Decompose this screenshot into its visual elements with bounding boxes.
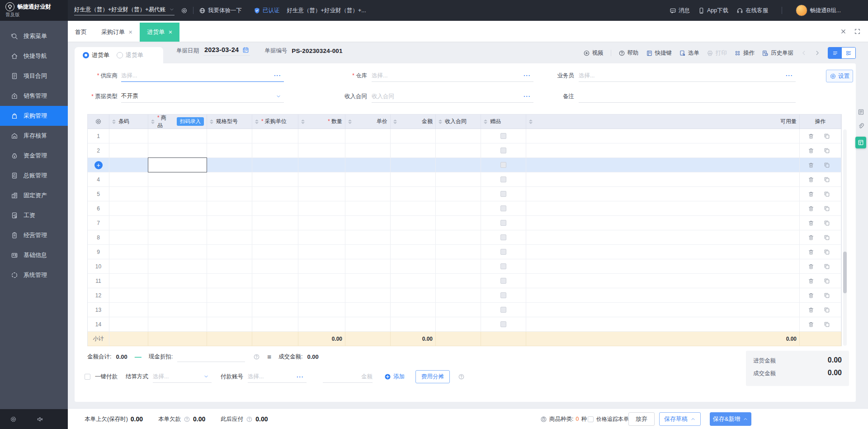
action-0[interactable]: 视频 bbox=[583, 49, 604, 57]
cell[interactable] bbox=[526, 259, 800, 273]
mute-icon[interactable] bbox=[37, 416, 43, 423]
cell[interactable] bbox=[800, 259, 841, 273]
sidebar-item-7[interactable]: 总账管理 bbox=[0, 166, 68, 186]
cell[interactable] bbox=[526, 172, 800, 186]
cell[interactable] bbox=[109, 317, 148, 331]
column-settings-button[interactable] bbox=[88, 114, 109, 129]
sort-icon[interactable] bbox=[210, 119, 213, 124]
cell[interactable] bbox=[436, 288, 481, 302]
delete-row-icon[interactable] bbox=[808, 176, 814, 183]
cell[interactable] bbox=[298, 143, 345, 157]
cell[interactable] bbox=[298, 158, 345, 172]
cell[interactable] bbox=[481, 187, 526, 201]
table-row-14[interactable]: 14 bbox=[88, 317, 841, 332]
focused-cell[interactable] bbox=[148, 157, 207, 172]
cell[interactable] bbox=[526, 158, 800, 172]
cell[interactable] bbox=[252, 303, 298, 317]
cell[interactable] bbox=[345, 216, 391, 230]
cell[interactable] bbox=[252, 230, 298, 244]
cell[interactable] bbox=[481, 259, 526, 273]
delete-row-icon[interactable] bbox=[808, 148, 814, 154]
cell[interactable] bbox=[526, 303, 800, 317]
cell[interactable] bbox=[481, 303, 526, 317]
cell[interactable] bbox=[345, 158, 391, 172]
gift-checkbox[interactable] bbox=[500, 162, 506, 168]
paperclip-icon[interactable] bbox=[858, 123, 864, 129]
cell[interactable] bbox=[391, 172, 436, 186]
gift-checkbox[interactable] bbox=[500, 205, 506, 211]
gift-checkbox[interactable] bbox=[500, 176, 506, 182]
cell[interactable] bbox=[298, 274, 345, 288]
cell[interactable] bbox=[207, 187, 252, 201]
warehouse-more-icon[interactable]: ··· bbox=[524, 72, 531, 79]
cell[interactable] bbox=[436, 129, 481, 143]
copy-row-icon[interactable] bbox=[824, 307, 830, 313]
delete-row-icon[interactable] bbox=[808, 249, 814, 255]
cell[interactable] bbox=[800, 317, 841, 331]
cell[interactable] bbox=[345, 317, 391, 331]
cell[interactable] bbox=[800, 201, 841, 215]
cell[interactable] bbox=[800, 187, 841, 201]
sort-icon[interactable] bbox=[151, 119, 155, 124]
cell[interactable] bbox=[298, 230, 345, 244]
cell[interactable] bbox=[252, 245, 298, 259]
cell[interactable] bbox=[207, 158, 252, 172]
salesman-field[interactable]: ··· bbox=[579, 69, 796, 82]
cell[interactable] bbox=[298, 303, 345, 317]
sort-icon[interactable] bbox=[112, 119, 116, 124]
sidebar-item-3[interactable]: 销售管理 bbox=[0, 86, 68, 106]
cell[interactable] bbox=[252, 288, 298, 302]
fullscreen-icon[interactable] bbox=[854, 28, 861, 35]
salesman-more-icon[interactable]: ··· bbox=[786, 72, 793, 79]
helper-panel-icon[interactable] bbox=[855, 137, 866, 148]
cell[interactable] bbox=[481, 317, 526, 331]
sidebar-item-2[interactable]: 项目合同 bbox=[0, 66, 68, 86]
action-3[interactable]: 选单 bbox=[679, 49, 699, 57]
cell[interactable] bbox=[148, 230, 207, 244]
cell[interactable] bbox=[345, 143, 391, 157]
cell[interactable] bbox=[148, 259, 207, 273]
table-row-10[interactable]: 10 bbox=[88, 259, 841, 274]
sidebar-item-12[interactable]: 系统管理 bbox=[0, 265, 68, 285]
copy-row-icon[interactable] bbox=[824, 249, 830, 255]
question-icon[interactable] bbox=[246, 416, 253, 423]
cell[interactable] bbox=[436, 317, 481, 331]
cell[interactable] bbox=[148, 274, 207, 288]
cell[interactable] bbox=[207, 317, 252, 331]
cell[interactable] bbox=[526, 317, 800, 331]
sidebar-item-10[interactable]: 经营管理 bbox=[0, 225, 68, 245]
delete-row-icon[interactable] bbox=[808, 133, 814, 139]
cell[interactable] bbox=[207, 230, 252, 244]
tab-1[interactable]: 采购订单✕ bbox=[94, 23, 140, 42]
cell[interactable] bbox=[345, 288, 391, 302]
cell[interactable] bbox=[207, 129, 252, 143]
cell[interactable] bbox=[207, 274, 252, 288]
sidebar-item-9[interactable]: 工资 bbox=[0, 205, 68, 225]
copy-row-icon[interactable] bbox=[824, 234, 830, 241]
product-switcher[interactable]: 好生意（普）+好业财（普）+易代账 bbox=[74, 6, 175, 15]
cell[interactable] bbox=[481, 172, 526, 186]
online-service-button[interactable]: 在线客服 bbox=[736, 7, 768, 14]
cell[interactable] bbox=[345, 230, 391, 244]
cell[interactable] bbox=[148, 158, 207, 172]
sidebar-item-8[interactable]: 固定资产 bbox=[0, 186, 68, 205]
cell[interactable] bbox=[436, 216, 481, 230]
cell[interactable] bbox=[148, 216, 207, 230]
cell[interactable] bbox=[109, 158, 148, 172]
supplier-input[interactable] bbox=[121, 72, 284, 79]
delete-row-icon[interactable] bbox=[808, 220, 814, 226]
cell[interactable] bbox=[391, 201, 436, 215]
expense-share-button[interactable]: 费用分摊 bbox=[415, 370, 450, 383]
cell[interactable] bbox=[526, 245, 800, 259]
cell[interactable] bbox=[800, 288, 841, 302]
add-row-icon[interactable]: + bbox=[94, 161, 103, 169]
cell[interactable] bbox=[109, 201, 148, 215]
sort-icon[interactable] bbox=[484, 119, 487, 124]
pay-amount-field[interactable]: 金额 bbox=[323, 371, 373, 383]
cell[interactable] bbox=[481, 245, 526, 259]
cell[interactable] bbox=[252, 143, 298, 157]
question-icon[interactable] bbox=[458, 373, 465, 380]
cell[interactable] bbox=[481, 129, 526, 143]
warehouse-field[interactable]: ··· bbox=[372, 69, 533, 82]
cell[interactable] bbox=[391, 143, 436, 157]
